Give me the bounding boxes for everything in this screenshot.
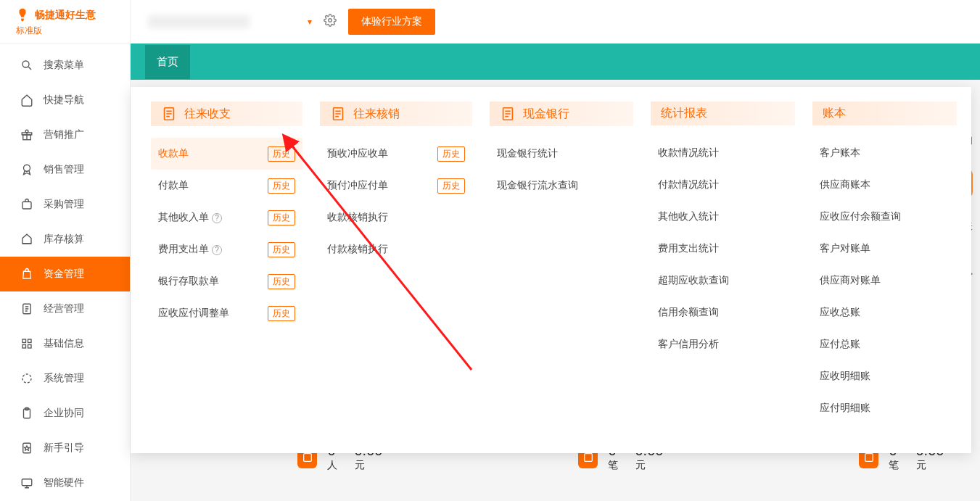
menu-item-label: 客户对账单	[820, 242, 870, 255]
clipboard-icon	[20, 407, 33, 420]
menu-item-label: 预付冲应付单	[327, 179, 388, 192]
menu-item-4-0[interactable]: 客户账本	[812, 137, 957, 169]
sidebar-item-label: 智能硬件	[44, 476, 84, 489]
menu-item-4-6[interactable]: 应付总账	[812, 328, 957, 360]
flyout-col-4: 账本客户账本供应商账本应收应付余额查询客户对账单供应商对账单应收总账应付总账应收…	[812, 102, 957, 424]
history-badge[interactable]: 历史	[437, 146, 465, 162]
menu-item-label: 现金银行流水查询	[497, 179, 578, 192]
chevron-down-icon: ▾	[308, 17, 312, 27]
sidebar-item-10[interactable]: 企业协同	[0, 396, 130, 431]
menu-item-label: 信用余额查询	[658, 306, 719, 319]
menu-item-label: 付款单	[158, 179, 189, 192]
history-badge[interactable]: 历史	[268, 306, 295, 321]
menu-item-4-8[interactable]: 应付明细账	[812, 392, 957, 424]
sidebar-item-2[interactable]: 营销推广	[0, 117, 130, 152]
menu-item-3-2[interactable]: 其他收入统计	[651, 201, 795, 233]
menu-item-4-4[interactable]: 供应商对账单	[812, 265, 957, 297]
svg-point-0	[22, 61, 29, 67]
sidebar-item-3[interactable]: 销售管理	[0, 152, 130, 187]
history-badge[interactable]: 历史	[268, 210, 295, 225]
menu-item-3-1[interactable]: 付款情况统计	[651, 169, 795, 201]
sidebar-item-label: 资金管理	[44, 268, 84, 281]
menu-item-label: 费用支出统计	[658, 242, 719, 255]
menu-item-label: 应收总账	[820, 306, 860, 319]
brand-edition: 标准版	[16, 25, 115, 37]
org-name-blurred	[148, 15, 250, 28]
flyout-col-head: 现金银行	[490, 102, 634, 126]
sidebar-item-label: 新手引导	[44, 442, 84, 455]
svg-rect-9	[28, 345, 32, 349]
flyout-col-3: 统计报表收款情况统计付款情况统计其他收入统计费用支出统计超期应收款查询信用余额查…	[651, 102, 795, 424]
menu-item-3-3[interactable]: 费用支出统计	[651, 233, 795, 265]
sidebar-item-4[interactable]: 采购管理	[0, 187, 130, 222]
menu-item-label: 客户账本	[820, 146, 860, 160]
sidebar-item-12[interactable]: 智能硬件	[0, 465, 130, 500]
experience-button[interactable]: 体验行业方案	[348, 9, 435, 35]
menu-item-3-0[interactable]: 收款情况统计	[651, 137, 795, 169]
history-badge[interactable]: 历史	[437, 178, 465, 194]
menu-item-1-2[interactable]: 收款核销执行	[320, 202, 472, 233]
menu-item-label: 其他收入单?	[158, 211, 222, 224]
menu-item-0-5[interactable]: 应收应付调整单历史	[151, 297, 302, 329]
sidebar-item-label: 营销推广	[44, 128, 84, 141]
menu-item-label: 现金银行统计	[497, 147, 558, 160]
sidebar-item-label: 基础信息	[44, 337, 84, 350]
topbar: ▾ 体验行业方案	[131, 0, 980, 44]
history-badge[interactable]: 历史	[268, 242, 295, 257]
sidebar-item-7[interactable]: 经营管理	[0, 291, 130, 326]
home-icon	[20, 94, 33, 107]
sidebar-item-8[interactable]: 基础信息	[0, 326, 130, 361]
menu-item-label: 供应商账本	[820, 178, 870, 191]
brand-icon	[15, 7, 30, 23]
history-badge[interactable]: 历史	[268, 146, 295, 162]
sidebar-item-9[interactable]: 系统管理	[0, 361, 130, 396]
menu-item-1-3[interactable]: 付款核销执行	[320, 233, 472, 265]
menu-item-0-3[interactable]: 费用支出单?历史	[151, 233, 302, 265]
menu-item-1-1[interactable]: 预付冲应付单历史	[320, 170, 472, 202]
menu-item-2-1[interactable]: 现金银行流水查询	[490, 170, 634, 202]
sidebar-item-label: 经营管理	[44, 302, 84, 315]
sidebar-item-0[interactable]: 搜索菜单	[0, 48, 130, 83]
help-icon[interactable]: ?	[212, 213, 222, 223]
history-badge[interactable]: 历史	[268, 274, 295, 289]
menu-item-0-1[interactable]: 付款单历史	[151, 170, 302, 202]
svg-point-3	[24, 165, 30, 171]
flyout-col-head: 往来收支	[151, 102, 302, 126]
bag-icon	[20, 268, 33, 281]
menu-item-0-4[interactable]: 银行存取款单历史	[151, 265, 302, 297]
sidebar-item-1[interactable]: 快捷导航	[0, 83, 130, 117]
menu-item-3-4[interactable]: 超期应收款查询	[651, 265, 795, 297]
house-icon	[20, 233, 33, 246]
menu-item-2-0[interactable]: 现金银行统计	[490, 138, 634, 170]
menu-item-4-7[interactable]: 应收明细账	[812, 360, 957, 392]
history-badge[interactable]: 历史	[268, 178, 295, 194]
sidebar-item-11[interactable]: 新手引导	[0, 431, 130, 465]
menu-item-3-5[interactable]: 信用余额查询	[651, 297, 795, 328]
menu-item-label: 应收明细账	[820, 370, 870, 383]
menu-item-4-1[interactable]: 供应商账本	[812, 169, 957, 201]
menu-item-1-0[interactable]: 预收冲应收单历史	[320, 138, 472, 170]
menu-item-0-2[interactable]: 其他收入单?历史	[151, 202, 302, 233]
menu-item-label: 应收应付余额查询	[820, 210, 901, 223]
menu-item-3-6[interactable]: 客户信用分析	[651, 328, 795, 360]
menu-item-label: 应收应付调整单	[158, 307, 229, 320]
menu-item-4-5[interactable]: 应收总账	[812, 297, 957, 328]
help-icon[interactable]: ?	[212, 245, 222, 255]
flyout-col-2: 现金银行现金银行统计现金银行流水查询	[490, 102, 634, 424]
org-selector[interactable]: ▾	[148, 15, 312, 28]
sidebar-item-6[interactable]: 资金管理	[0, 257, 130, 291]
svg-rect-19	[865, 453, 873, 461]
sidebar-item-5[interactable]: 库存核算	[0, 222, 130, 257]
flyout-col-title: 现金银行	[523, 107, 569, 122]
menu-item-0-0[interactable]: 收款单历史	[151, 138, 302, 170]
cart-icon	[20, 198, 33, 211]
star-icon	[20, 442, 33, 455]
nav-list: 搜索菜单快捷导航营销推广销售管理采购管理库存核算资金管理经营管理基础信息系统管理…	[0, 44, 130, 500]
tab-home[interactable]: 首页	[145, 45, 190, 79]
brand-name: 畅捷通好生意	[35, 9, 96, 22]
logo: 畅捷通好生意 标准版	[0, 0, 130, 44]
menu-item-4-2[interactable]: 应收应付余额查询	[812, 201, 957, 233]
gear-icon[interactable]	[324, 14, 337, 30]
menu-item-label: 超期应收款查询	[658, 274, 729, 287]
menu-item-4-3[interactable]: 客户对账单	[812, 233, 957, 265]
